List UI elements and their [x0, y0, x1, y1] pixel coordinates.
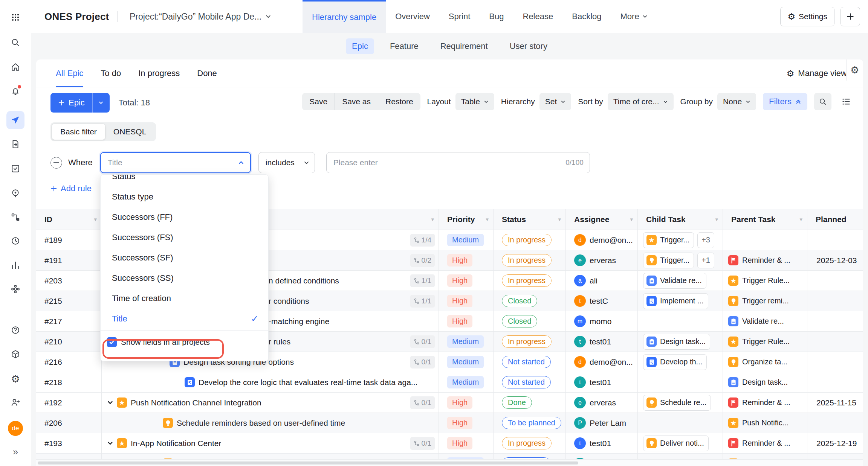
add-user-icon[interactable] — [6, 393, 24, 411]
row-id-cell[interactable]: #218 — [36, 372, 102, 392]
parent-task-cell[interactable]: Trigger remi... — [723, 291, 807, 311]
row-title-cell[interactable]: Develop the core logic that evaluates re… — [102, 372, 439, 392]
link-count-badge[interactable]: 1/1 — [410, 274, 435, 287]
parent-task-cell[interactable]: Organize ta... — [723, 352, 807, 372]
assignee-cell[interactable]: ttest01 — [566, 332, 638, 352]
link-count-badge[interactable]: 0/1 — [410, 396, 435, 409]
child-task-chip[interactable]: Deliver noti... — [643, 436, 709, 451]
column-settings-button[interactable]: ⚙ — [846, 59, 863, 81]
help-icon[interactable] — [6, 321, 24, 339]
assignee-cell[interactable]: eerveras — [566, 393, 638, 413]
status-cell[interactable]: In progress — [494, 271, 566, 291]
priority-cell[interactable]: Medium — [439, 332, 494, 352]
filter-triangle-icon[interactable]: ▾ — [558, 216, 561, 223]
status-cell[interactable]: In progress — [494, 250, 566, 270]
table-row[interactable]: #193★In-App Notification Center0/1HighIn… — [36, 433, 863, 454]
project-rocket-icon[interactable] — [6, 111, 24, 129]
parent-task-cell[interactable] — [723, 230, 807, 250]
table-row[interactable]: #192★Push Notification Channel Integrati… — [36, 393, 863, 413]
status-cell[interactable]: In progress — [494, 433, 566, 453]
hierarchy-select[interactable]: Set — [539, 93, 572, 110]
planned-date-cell[interactable] — [807, 332, 863, 352]
status-cell[interactable]: Closed — [494, 311, 566, 331]
layout-select[interactable]: Table — [455, 93, 494, 110]
child-task-cell[interactable]: Validate re... — [638, 271, 723, 291]
row-id-cell[interactable]: #192 — [36, 393, 102, 413]
priority-cell[interactable]: Medium — [439, 372, 494, 392]
group-by-select[interactable]: None — [717, 93, 756, 110]
planned-date-cell[interactable] — [807, 413, 863, 433]
parent-task-cell[interactable]: Validate re... — [723, 311, 807, 331]
dropdown-item[interactable]: Successors (SS) — [101, 268, 268, 288]
parent-task-cell[interactable]: ★Trigger Rule... — [723, 332, 807, 352]
gear-icon[interactable]: ⚙ — [6, 370, 24, 388]
child-task-chip[interactable]: Implement ... — [643, 293, 708, 309]
child-task-cell[interactable]: Develop th... — [638, 352, 723, 372]
status-cell[interactable]: Not started — [494, 372, 566, 392]
row-id-cell[interactable]: #215 — [36, 291, 102, 311]
checkbox-checked-icon[interactable] — [107, 337, 117, 347]
remove-rule-icon[interactable] — [50, 157, 62, 169]
link-count-badge[interactable]: 1/4 — [410, 234, 435, 247]
parent-task-cell[interactable]: Reminder & ... — [723, 250, 807, 270]
nav-tab[interactable]: Release — [513, 0, 563, 33]
parent-task[interactable]: ★Trigger Rule... — [728, 337, 790, 347]
child-task-extra-count[interactable]: +1 — [697, 253, 714, 268]
row-id-cell[interactable]: #206 — [36, 413, 102, 433]
bell-icon[interactable] — [6, 82, 24, 100]
row-id-cell[interactable]: #189 — [36, 230, 102, 250]
parent-task[interactable]: Reminder & ... — [728, 255, 790, 265]
approve-icon[interactable] — [6, 160, 24, 178]
tab-feature[interactable]: Feature — [384, 38, 425, 54]
tab-user-story[interactable]: User story — [504, 38, 553, 54]
assignee-cell[interactable]: ttest01 — [566, 372, 638, 392]
priority-cell[interactable]: High — [439, 250, 494, 270]
nav-tab[interactable]: Backlog — [562, 0, 611, 33]
child-task-cell[interactable] — [638, 413, 723, 433]
chart-icon[interactable] — [6, 256, 24, 274]
child-task-chip[interactable]: Schedule re... — [643, 395, 711, 411]
expand-chevron-icon[interactable] — [107, 399, 113, 406]
child-task-extra-count[interactable]: +3 — [697, 232, 714, 248]
search-button[interactable] — [814, 93, 831, 110]
row-id-cell[interactable]: #193 — [36, 433, 102, 453]
status-cell[interactable]: Done — [494, 393, 566, 413]
child-task-cell[interactable]: Deliver noti... — [638, 433, 723, 453]
column-header[interactable]: Priority▾ — [439, 209, 494, 230]
status-cell[interactable]: To be planned — [494, 413, 566, 433]
status-cell[interactable]: In progress — [494, 230, 566, 250]
child-task-chip[interactable]: ★Trigger... — [643, 232, 694, 248]
row-title-cell[interactable]: ★In-App Notification Center0/1 — [102, 433, 439, 453]
filter-triangle-icon[interactable]: ▾ — [94, 216, 97, 223]
package-icon[interactable] — [6, 345, 24, 363]
column-header[interactable]: Parent Task▾ — [723, 209, 807, 230]
new-epic-button[interactable]: Epic — [50, 93, 110, 113]
nav-tab[interactable]: Hierarchy sample — [303, 0, 386, 33]
parent-task[interactable]: ★Push Notific... — [728, 418, 789, 428]
project-selector[interactable]: Project:“DailyGo” Mobile App De... — [130, 0, 271, 33]
settings-button[interactable]: ⚙ Settings — [780, 7, 834, 26]
parent-task-cell[interactable]: Design task... — [723, 372, 807, 392]
filter-triangle-icon[interactable]: ▾ — [630, 216, 633, 223]
assignee-cell[interactable]: eerveras — [566, 250, 638, 270]
parent-task-cell[interactable]: Reminder & ... — [723, 433, 807, 453]
dropdown-item[interactable]: Status type — [101, 187, 268, 207]
child-task-cell[interactable]: ★Trigger...+3 — [638, 230, 723, 250]
status-cell[interactable]: Closed — [494, 291, 566, 311]
nav-tab[interactable]: Bug — [480, 0, 513, 33]
parent-task[interactable]: Reminder & ... — [728, 438, 790, 448]
dropdown-item[interactable]: Title✓ — [101, 309, 268, 329]
field-select[interactable]: Title — [100, 152, 251, 173]
view-options-button[interactable] — [838, 94, 854, 110]
parent-task-cell[interactable]: ★Trigger Rule... — [723, 271, 807, 291]
priority-cell[interactable]: Medium — [439, 230, 494, 250]
priority-cell[interactable]: High — [439, 291, 494, 311]
parent-task[interactable]: Design task... — [728, 377, 788, 387]
planned-date-cell[interactable] — [807, 230, 863, 250]
row-id-cell[interactable]: #217 — [36, 311, 102, 331]
parent-task[interactable]: ★Trigger Rule... — [728, 276, 790, 286]
view-tab-in-progress[interactable]: In progress — [138, 59, 180, 87]
row-id-cell[interactable]: #191 — [36, 250, 102, 270]
link-count-badge[interactable]: 0/2 — [410, 254, 435, 267]
filter-triangle-icon[interactable]: ▾ — [486, 216, 489, 223]
